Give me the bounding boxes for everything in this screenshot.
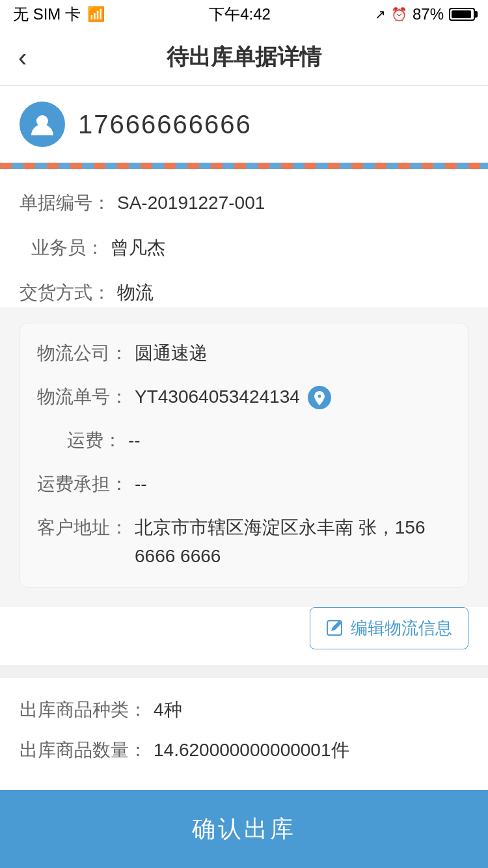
- edit-logistics-label: 编辑物流信息: [351, 617, 452, 640]
- logistics-address-value: 北京市市辖区海淀区永丰南 张，156 6666 6666: [135, 513, 451, 572]
- delivery-method-row: 交货方式： 物流: [20, 278, 468, 308]
- logistics-freight-row: 运费： --: [37, 426, 451, 455]
- status-right: ↗ ⏰ 87%: [375, 5, 475, 23]
- back-button[interactable]: ‹: [18, 44, 27, 70]
- logistics-address-row: 客户地址： 北京市市辖区海淀区永丰南 张，156 6666 6666: [37, 513, 451, 572]
- status-bar: 无 SIM 卡 📶 下午4:42 ↗ ⏰ 87%: [0, 0, 488, 29]
- battery-percent: 87%: [413, 5, 444, 23]
- basic-info-section: 单据编号： SA-20191227-001 业务员： 曾凡杰 交货方式： 物流: [0, 169, 488, 307]
- doc-number-label: 单据编号：: [20, 189, 117, 218]
- customer-phone: 17666666666: [78, 110, 252, 139]
- confirm-outbound-label: 确认出库: [192, 813, 296, 845]
- wifi-icon: 📶: [87, 6, 105, 23]
- logistics-freight-label: 运费：: [37, 426, 128, 455]
- logistics-freight-bearer-row: 运费承担： --: [37, 470, 451, 499]
- goods-type-row: 出库商品种类： 4种: [20, 698, 468, 722]
- logistics-company-label: 物流公司：: [37, 339, 135, 368]
- logistics-tracking-row: 物流单号： YT43064053424134: [37, 383, 451, 412]
- gray-divider-1: [0, 665, 488, 678]
- user-icon: [29, 111, 56, 138]
- customer-section: 17666666666: [0, 86, 488, 163]
- stripe-separator: [0, 163, 488, 169]
- goods-quantity-row: 出库商品数量： 14.620000000000001件: [20, 738, 468, 763]
- location-icon[interactable]: [308, 386, 331, 409]
- salesperson-label: 业务员：: [20, 234, 111, 263]
- battery-icon: [449, 8, 475, 21]
- logistics-card: 物流公司： 圆通速递 物流单号： YT43064053424134 运费： --…: [20, 323, 468, 588]
- goods-section: 出库商品种类： 4种 出库商品数量： 14.620000000000001件: [0, 678, 488, 798]
- goods-quantity-label: 出库商品数量：: [20, 738, 154, 763]
- doc-number-value: SA-20191227-001: [117, 189, 468, 218]
- logistics-freight-bearer-label: 运费承担：: [37, 470, 135, 499]
- avatar: [20, 102, 65, 147]
- edit-logistics-section: 编辑物流信息: [0, 607, 488, 665]
- logistics-address-label: 客户地址：: [37, 513, 135, 543]
- goods-type-value: 4种: [154, 698, 182, 722]
- delivery-method-value: 物流: [117, 278, 468, 308]
- delivery-method-label: 交货方式：: [20, 278, 117, 308]
- svg-point-1: [308, 386, 331, 409]
- logistics-freight-value: --: [128, 426, 451, 455]
- edit-icon: [326, 619, 344, 638]
- logistics-tracking-value: YT43064053424134: [135, 383, 451, 412]
- page-title: 待出库单据详情: [167, 42, 321, 72]
- time-label: 下午4:42: [209, 4, 271, 25]
- goods-quantity-value: 14.620000000000001件: [154, 738, 349, 763]
- logistics-tracking-label: 物流单号：: [37, 383, 135, 412]
- location-icon: ↗: [375, 7, 386, 22]
- carrier-label: 无 SIM 卡: [13, 4, 81, 25]
- salesperson-row: 业务员： 曾凡杰: [20, 234, 468, 263]
- alarm-icon: ⏰: [391, 7, 407, 22]
- goods-type-label: 出库商品种类：: [20, 698, 154, 722]
- status-left: 无 SIM 卡 📶: [13, 4, 105, 25]
- nav-bar: ‹ 待出库单据详情: [0, 29, 488, 86]
- doc-number-row: 单据编号： SA-20191227-001: [20, 189, 468, 218]
- confirm-outbound-button[interactable]: 确认出库: [0, 790, 488, 868]
- logistics-freight-bearer-value: --: [135, 470, 451, 499]
- logistics-company-row: 物流公司： 圆通速递: [37, 339, 451, 368]
- salesperson-value: 曾凡杰: [111, 234, 468, 263]
- edit-logistics-button[interactable]: 编辑物流信息: [310, 607, 468, 649]
- logistics-company-value: 圆通速递: [135, 339, 451, 368]
